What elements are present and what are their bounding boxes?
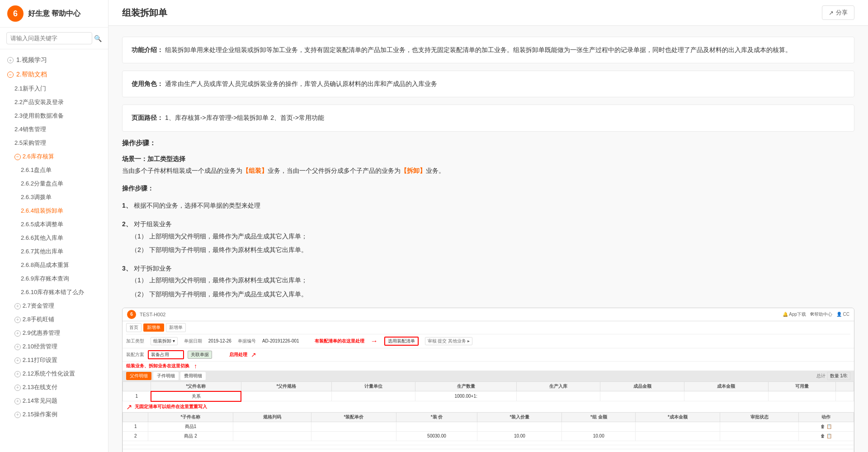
share-button[interactable]: ↗ 分享 (822, 5, 854, 20)
sidebar-item-stock-check[interactable]: 2.6.9库存账本查询 (0, 272, 108, 285)
sidebar-item-label: 2.帮助文档 (16, 71, 47, 79)
child-row-5 (123, 449, 854, 452)
sidebar-item-label: 2.15操作案例 (23, 411, 57, 418)
col-c-val: *装 价 (396, 412, 477, 422)
search-box: 🔍 (0, 28, 108, 49)
sidebar-item-assembly[interactable]: 2.6.4组装拆卸单 (0, 204, 108, 218)
col-action (835, 381, 854, 391)
scene1-title-text: 场景一：加工类型选择 (122, 155, 185, 162)
sidebar-item-label: 2.5采购管理 (14, 139, 46, 146)
child-row1-check: 1 (123, 422, 148, 431)
screenshot-nav-icons: 🔔 App下载 🛠帮助中心 👤 CC (783, 311, 849, 318)
child-row1-status (720, 422, 799, 431)
screenshot-tabs: 首页 新增单 新增单 加工类型 组装拆卸 ▾ 单据日期 2019-12-26 单… (123, 321, 854, 348)
sidebar-item-label: 2.6库存核算 (23, 153, 54, 160)
sidebar-item-faq[interactable]: + 2.14常见问题 (0, 394, 108, 408)
step3-block: 3、 对于拆卸业务 （1） 上部明细为父件明细，最终作为原材料生成其它出库单； … (122, 262, 854, 300)
app-name: 好生意 帮助中心 (28, 9, 80, 19)
parent-row1-avail (768, 391, 835, 401)
sidebar-item-inventory[interactable]: − 2.6库存核算 (0, 150, 108, 163)
path-content: 1、库存核算->库存管理->组装拆卸单 2、首页->常用功能 (165, 114, 324, 121)
sidebar-item-account-err[interactable]: 2.6.10库存账本错了么办 (0, 285, 108, 299)
sidebar-item-label: 2.6.7其他出库单 (21, 248, 63, 255)
collapse-icon: − (7, 71, 14, 78)
step3-text: 3、 对于拆卸业务 (122, 262, 854, 275)
sidebar-item-purchase[interactable]: 2.5采购管理 (0, 136, 108, 150)
expand-icon: + (14, 303, 21, 309)
sidebar-item-goods-cost[interactable]: 2.6.8商品成本重算 (0, 258, 108, 272)
help-screenshot: 6 TEST-H002 🔔 App下载 🛠帮助中心 👤 CC 首页 新增单 新增… (122, 308, 854, 452)
sidebar-item-label: 2.10经营管理 (23, 343, 57, 350)
disassembly-sub2-text: 下部明细为子件明细，最终作为产成品生成其它入库单。 (149, 290, 307, 298)
assembly-sub1-num: （1） (131, 233, 147, 240)
scene1-desc-end: 业务。 (426, 167, 445, 174)
sidebar-item-finance[interactable]: + 2.7资金管理 (0, 299, 108, 313)
col-finish-cost: 成品金额 (600, 381, 684, 391)
screenshot-tab-home: 首页 (126, 323, 142, 332)
child-row2-price (311, 431, 396, 441)
child-row2-name: 商品 2 (148, 431, 233, 441)
parent-row1-in (516, 391, 600, 401)
search-button[interactable]: 🔍 (94, 35, 102, 42)
app-logo: 6 (7, 5, 24, 22)
screenshot-topbar: 6 TEST-H002 🔔 App下载 🛠帮助中心 👤 CC (123, 308, 854, 321)
sidebar-item-stocktake[interactable]: 2.6.1盘点单 (0, 163, 108, 177)
sidebar-item-new[interactable]: 2.1新手入门 (0, 82, 108, 95)
screenshot-annotation-bar: 组装业务、拆卸业务在这里切换 ↑ (123, 362, 854, 371)
disassembly-label: 【拆卸】 (401, 167, 426, 174)
sidebar-item-mobile[interactable]: + 2.8手机旺铺 (0, 313, 108, 326)
sidebar-item-cases[interactable]: + 2.15操作案例 (0, 408, 108, 421)
col-cost-amount: 成本金额 (684, 381, 768, 391)
screenshot-inner-tabs: 父件明细 子件明细 费用明细 总计 数量 1/8: (123, 371, 854, 381)
child-row2-cost (635, 431, 720, 441)
annotation4-arrow: ↑ (194, 362, 197, 370)
page-title: 组装拆卸单 (122, 7, 167, 19)
sidebar-item-video[interactable]: + 1.视频学习 (0, 53, 108, 67)
screenshot-annotation5-row: ↗ 无固定清单可以组件在这里置重写入 (123, 402, 854, 412)
role-text: 使用角色： 通常由生产人员或库管人员完成拆装业务的操作，库管人员确认原材料的出库… (132, 78, 845, 90)
screenshot-bottom-table: *子件名称 规格列码 *装配单价 *装 价 *装入价量 *组 金额 *成本金额 … (123, 412, 854, 452)
path-text: 页面路径： 1、库存核算->库存管理->组装拆卸单 2、首页->常用功能 (132, 112, 845, 124)
screenshot-logo: 6 (127, 310, 136, 319)
sidebar-item-docs[interactable]: − 2.帮助文档 (0, 67, 108, 82)
sidebar-item-data[interactable]: 2.3使用前数据准备 (0, 109, 108, 123)
sidebar-item-pay[interactable]: + 2.13在线支付 (0, 381, 108, 394)
sidebar-item-adjust[interactable]: 2.6.3调拨单 (0, 190, 108, 204)
child-row4-empty (123, 445, 854, 449)
sidebar-item-print[interactable]: + 2.11打印设置 (0, 353, 108, 367)
sidebar-item-other-out[interactable]: 2.6.7其他出库单 (0, 245, 108, 258)
intro-block: 功能介绍： 组装拆卸单用来处理企业组装或拆卸等加工业务，支持有固定装配清单的产品… (122, 37, 854, 63)
search-input[interactable] (6, 32, 92, 44)
screenshot-inner-tab1: 父件明细 (126, 372, 151, 380)
expand-icon: + (14, 330, 21, 337)
col-produce-in: 生产入库 (516, 381, 600, 391)
intro-label: 功能介绍： (132, 46, 163, 53)
sidebar-item-system[interactable]: + 2.12系统个性化设置 (0, 367, 108, 381)
disassembly-sub1-text: 上部明细为父件明细，最终作为原材料生成其它出库单； (149, 276, 307, 284)
screenshot-type-select: 组装拆卸 ▾ (151, 337, 178, 345)
sidebar-item-sales[interactable]: 2.4销售管理 (0, 123, 108, 136)
assembly-sub1-text: 上部明细为父件明细，最终作为产成品生成其它入库单； (149, 233, 307, 240)
child-row2-status (720, 431, 799, 441)
sidebar-item-ops[interactable]: + 2.10经营管理 (0, 340, 108, 353)
screenshot-top-table: *父件名称 *父件规格 计量单位 生产数量 生产入库 成品金额 成本金额 可用量 (123, 381, 854, 402)
sidebar-item-install[interactable]: 2.2产品安装及登录 (0, 95, 108, 109)
screenshot-tab-active: 新增单 (143, 324, 164, 332)
sidebar-item-split[interactable]: 2.6.2分量盘点单 (0, 177, 108, 190)
child-row3-empty (123, 441, 854, 445)
child-row5-empty (123, 449, 854, 452)
sidebar-item-label: 2.13在线支付 (23, 384, 57, 390)
child-row1-name: 商品1 (148, 422, 233, 431)
scene1-desc-prefix: 当由多个子件材料组装成一个成品的业务为 (122, 167, 242, 174)
child-row-1: 1 商品1 🗑 📋 (123, 422, 854, 431)
annotation4-text: 组装业务、拆卸业务在这里切换 (126, 363, 189, 369)
screenshot-date-label: 单据日期 (184, 338, 202, 344)
sidebar-item-other-in[interactable]: 2.6.6其他入库单 (0, 231, 108, 245)
child-row2-val: 50030.00 (396, 431, 477, 441)
sidebar-item-label: 2.1新手入门 (14, 85, 46, 92)
screenshot-inner-tab2: 子件明细 (153, 372, 179, 380)
sidebar-item-cost[interactable]: 2.6.5成本调整单 (0, 218, 108, 231)
child-row1-spec (233, 422, 311, 431)
sidebar-item-coupon[interactable]: + 2.9优惠券管理 (0, 326, 108, 340)
sidebar-item-label: 2.2产品安装及登录 (14, 99, 64, 105)
